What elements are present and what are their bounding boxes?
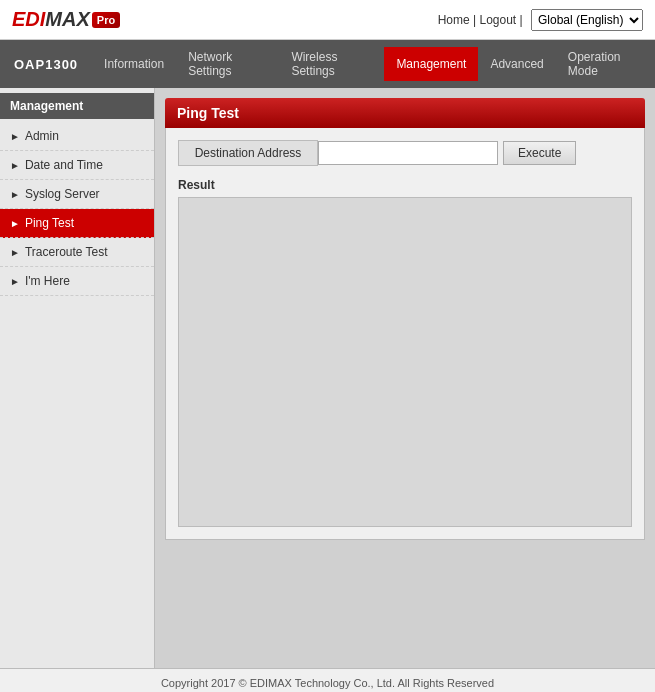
sidebar-item-date-label: Date and Time (25, 158, 103, 172)
home-link[interactable]: Home (438, 13, 470, 27)
logo-max: MAX (45, 8, 89, 30)
logo-edi: EDI (12, 8, 45, 30)
sidebar-item-admin-label: Admin (25, 129, 59, 143)
language-select[interactable]: Global (English) Chinese Japanese (531, 9, 643, 31)
logo-text: EDIMAX (12, 8, 90, 31)
logo-pro: Pro (92, 12, 120, 28)
arrow-icon: ► (10, 276, 20, 287)
sidebar-item-syslog-server[interactable]: ► Syslog Server (0, 180, 154, 209)
main-content: Ping Test Destination Address Execute Re… (155, 88, 655, 668)
header: EDIMAX Pro Home | Logout | Global (Engli… (0, 0, 655, 40)
header-links: Home | Logout | Global (English) Chinese… (438, 9, 643, 31)
nav-item-operation-mode[interactable]: Operation Mode (556, 40, 655, 88)
arrow-icon: ► (10, 131, 20, 142)
destination-address-label: Destination Address (178, 140, 318, 166)
nav-item-network-settings[interactable]: Network Settings (176, 40, 279, 88)
footer-text: Copyright 2017 © EDIMAX Technology Co., … (161, 677, 494, 689)
sidebar-item-imhere-label: I'm Here (25, 274, 70, 288)
sidebar-item-traceroute-test[interactable]: ► Traceroute Test (0, 238, 154, 267)
arrow-icon: ► (10, 218, 20, 229)
sidebar-item-traceroute-label: Traceroute Test (25, 245, 108, 259)
separator2: | (520, 13, 526, 27)
logo: EDIMAX Pro (12, 8, 120, 31)
nav-item-management[interactable]: Management (384, 47, 478, 81)
sidebar-item-admin[interactable]: ► Admin (0, 122, 154, 151)
sidebar-item-ping-test[interactable]: ► Ping Test (0, 209, 154, 238)
nav-item-information[interactable]: Information (92, 47, 176, 81)
ping-test-panel: Ping Test Destination Address Execute Re… (165, 98, 645, 540)
sidebar: Management ► Admin ► Date and Time ► Sys… (0, 88, 155, 668)
destination-address-input[interactable] (318, 141, 498, 165)
result-area (178, 197, 632, 527)
nav-brand: OAP1300 (0, 47, 92, 82)
destination-address-row: Destination Address Execute (178, 140, 632, 166)
arrow-icon: ► (10, 160, 20, 171)
content-wrapper: Management ► Admin ► Date and Time ► Sys… (0, 88, 655, 668)
sidebar-header: Management (0, 93, 154, 119)
main-nav: OAP1300 Information Network Settings Wir… (0, 40, 655, 88)
result-label: Result (178, 178, 632, 192)
sidebar-item-ping-label: Ping Test (25, 216, 74, 230)
logout-link[interactable]: Logout (480, 13, 517, 27)
nav-item-advanced[interactable]: Advanced (478, 47, 555, 81)
sidebar-item-date-and-time[interactable]: ► Date and Time (0, 151, 154, 180)
nav-item-wireless-settings[interactable]: Wireless Settings (279, 40, 384, 88)
panel-title: Ping Test (165, 98, 645, 128)
arrow-icon: ► (10, 247, 20, 258)
sidebar-item-syslog-label: Syslog Server (25, 187, 100, 201)
footer: Copyright 2017 © EDIMAX Technology Co., … (0, 668, 655, 692)
arrow-icon: ► (10, 189, 20, 200)
sidebar-item-im-here[interactable]: ► I'm Here (0, 267, 154, 296)
panel-body: Destination Address Execute Result (165, 128, 645, 540)
execute-button[interactable]: Execute (503, 141, 576, 165)
